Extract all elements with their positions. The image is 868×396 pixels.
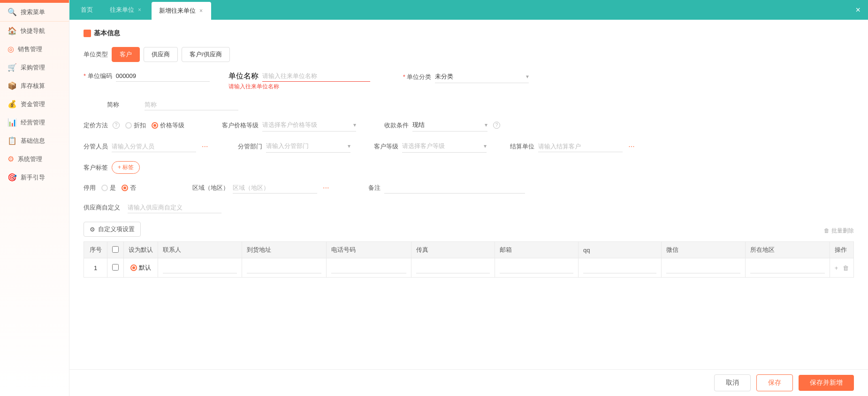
sidebar-item-sales[interactable]: ◎ 销售管理 [0, 40, 69, 58]
sidebar-item-operations[interactable]: 📊 经营管理 [0, 113, 69, 132]
manager-input[interactable] [112, 141, 196, 152]
select-all-checkbox[interactable] [112, 246, 119, 253]
row-default-radio-label[interactable]: 默认 [129, 264, 153, 272]
radio-no-label[interactable]: 否 [122, 184, 136, 192]
short-name-label: 简称 [107, 101, 123, 109]
settlement-more-btn[interactable]: ··· [626, 142, 636, 151]
col-wechat: 微信 [662, 242, 745, 258]
sidebar-item-basic-info[interactable]: 📋 基础信息 [0, 132, 69, 150]
cell-actions: + 🗑 [830, 258, 853, 278]
customer-level-label: 客户等级 [374, 142, 398, 151]
cell-checkbox[interactable] [107, 258, 124, 278]
radio-disable-no[interactable] [122, 185, 128, 191]
tab-new-partner-close[interactable]: × [198, 7, 204, 15]
pricing-row: 定价方法 ? 折扣 价格等级 客户价格等级 请选择客户价格等级 [84, 119, 854, 132]
unit-category-select[interactable]: 未分类 ▾ [435, 70, 529, 83]
supplier-custom-input[interactable] [128, 202, 221, 213]
batch-delete-btn[interactable]: 🗑 批量删除 [824, 227, 854, 235]
col-fax: 传真 [411, 242, 495, 258]
radio-yes-label[interactable]: 是 [101, 184, 116, 192]
phone-input[interactable] [331, 262, 406, 273]
wechat-input[interactable] [666, 262, 740, 273]
address-input[interactable] [247, 262, 321, 273]
fax-input[interactable] [416, 262, 490, 273]
btn-customer[interactable]: 客户 [112, 47, 140, 62]
sidebar-item-system[interactable]: ⚙ 系统管理 [0, 150, 69, 168]
unit-type-field: 单位类型 客户 供应商 客户/供应商 [84, 47, 230, 62]
pricing-help-icon[interactable]: ? [113, 122, 120, 129]
cancel-button[interactable]: 取消 [714, 374, 751, 391]
short-name-input[interactable] [145, 99, 238, 110]
cell-fax[interactable] [411, 258, 495, 278]
cell-contact[interactable] [158, 258, 242, 278]
pricing-method-field: 定价方法 ? 折扣 价格等级 [84, 121, 184, 130]
add-tag-btn[interactable]: + 标签 [112, 161, 140, 174]
table-header-row: 序号 设为默认 联系人 到货地址 电话号码 传真 邮箱 qq 微信 所在地区 操… [84, 242, 854, 258]
btn-supplier[interactable]: 供应商 [144, 47, 178, 62]
cell-email[interactable] [495, 258, 578, 278]
save-button[interactable]: 保存 [756, 374, 793, 391]
qq-input[interactable] [583, 262, 656, 273]
cell-wechat[interactable] [662, 258, 745, 278]
settlement-input[interactable] [538, 141, 623, 152]
sidebar-item-label: 销售管理 [18, 45, 42, 54]
unit-name-error: 请输入往来单位名称 [228, 83, 279, 91]
sidebar-item-purchase[interactable]: 🛒 采购管理 [0, 58, 69, 77]
unit-category-arrow: ▾ [526, 73, 529, 80]
tab-partners[interactable]: 往来单位 × [102, 2, 150, 18]
sidebar-item-label: 库存核算 [21, 82, 45, 90]
unit-name-input[interactable] [262, 70, 370, 82]
sidebar-item-quick-nav[interactable]: 🏠 快捷导航 [0, 22, 69, 40]
region-input-row[interactable] [750, 262, 825, 273]
save-new-button[interactable]: 保存并新增 [799, 375, 854, 391]
row-default-radio[interactable] [130, 264, 137, 271]
cell-address[interactable] [242, 258, 327, 278]
sidebar-item-inventory[interactable]: 📦 库存核算 [0, 77, 69, 95]
contact-input[interactable] [163, 262, 237, 273]
sidebar-item-finance[interactable]: 💰 资金管理 [0, 95, 69, 113]
custom-settings-btn[interactable]: ⚙ 自定义项设置 [84, 222, 141, 237]
radio-price-level[interactable] [152, 122, 158, 129]
radio-disable-yes[interactable] [101, 185, 108, 191]
tab-home[interactable]: 首页 [73, 2, 100, 18]
payment-terms-select[interactable]: 现结 ▾ [412, 119, 487, 132]
remark-input[interactable] [384, 182, 525, 194]
customer-price-select[interactable]: 请选择客户价格等级 ▾ [262, 119, 356, 132]
sidebar-search[interactable]: 🔍 搜索菜单 [0, 3, 69, 22]
delete-row-btn[interactable]: 🗑 [843, 264, 849, 272]
home-icon: 🏠 [8, 26, 17, 35]
payment-terms-help-icon[interactable]: ? [493, 122, 500, 129]
custom-settings-label: 自定义项设置 [98, 225, 135, 233]
supplier-custom-row: 供应商自定义 [84, 202, 854, 213]
email-input[interactable] [500, 262, 573, 273]
system-icon: ⚙ [8, 155, 14, 163]
unit-info-row: 单位编码 000009 单位名称 请输入往来单位名称 单位分类 未分类 ▾ [84, 70, 854, 91]
manager-more-btn[interactable]: ··· [200, 142, 210, 151]
tab-new-partner[interactable]: 新增往来单位 × [152, 2, 211, 20]
tab-partners-close[interactable]: × [137, 6, 142, 14]
cell-region[interactable] [745, 258, 830, 278]
sidebar-item-guide[interactable]: 🎯 新手引导 [0, 168, 69, 186]
tab-bar: 首页 往来单位 × 新增往来单位 × × [69, 0, 868, 20]
cell-no: 1 [84, 258, 107, 278]
unit-category-field: 单位分类 未分类 ▾ [403, 70, 529, 83]
batch-delete-label: 批量删除 [831, 227, 854, 235]
cell-phone[interactable] [327, 258, 411, 278]
radio-discount-label[interactable]: 折扣 [125, 121, 146, 130]
add-row-btn[interactable]: + [835, 264, 838, 272]
department-select[interactable]: 请输入分管部门 ▾ [266, 140, 350, 153]
col-checkbox[interactable] [107, 242, 124, 258]
department-field: 分管部门 请输入分管部门 ▾ [238, 140, 350, 153]
region-more-btn[interactable]: ··· [321, 184, 331, 192]
region-input[interactable] [233, 182, 317, 194]
row-checkbox[interactable] [112, 264, 119, 271]
customer-level-arrow: ▾ [484, 143, 487, 149]
customer-level-select[interactable]: 请选择客户等级 ▾ [402, 140, 487, 153]
cell-qq[interactable] [578, 258, 661, 278]
window-close-button[interactable]: × [852, 5, 864, 15]
short-name-row: 简称 [84, 99, 854, 110]
unit-code-input[interactable]: 000009 [116, 70, 210, 82]
btn-both[interactable]: 客户/供应商 [182, 47, 230, 62]
radio-discount[interactable] [125, 122, 132, 129]
radio-price-level-label[interactable]: 价格等级 [152, 121, 184, 130]
